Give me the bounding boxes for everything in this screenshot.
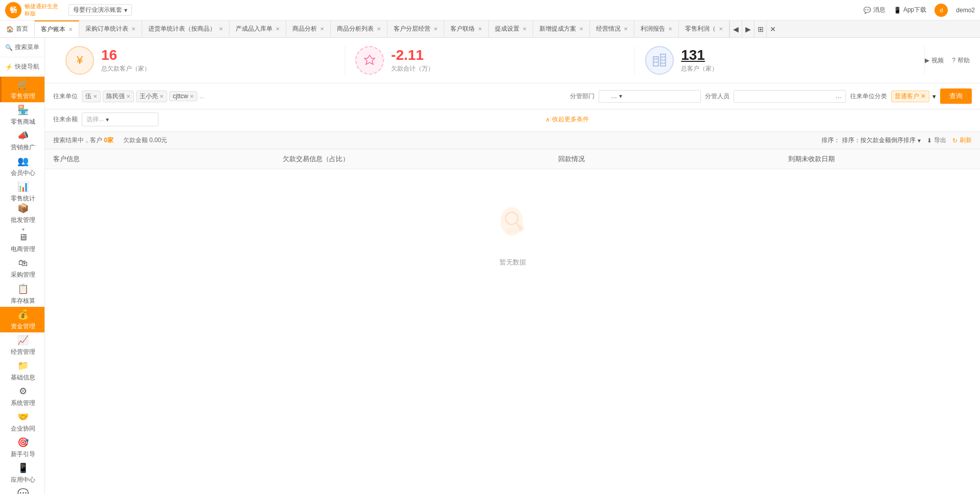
tabs-nav-close-all[interactable]: ✕ <box>766 20 779 38</box>
tab-retail-profit[interactable]: 零售利润（ ✕ <box>679 20 730 38</box>
sidebar-item-app-center[interactable]: 📱 应用中心 <box>0 460 44 486</box>
svg-rect-6 <box>656 61 657 63</box>
person-filter-input[interactable]: … <box>734 90 846 103</box>
tabs-nav-expand[interactable]: ⊞ <box>754 20 766 38</box>
tabs-nav-prev[interactable]: ◀ <box>730 20 742 38</box>
logo: 畅 畅捷通好生意 标版 <box>5 2 58 18</box>
person-filter-label: 分管人员 <box>705 92 730 101</box>
svg-rect-5 <box>654 61 655 63</box>
tag-close-cjttcw[interactable]: ✕ <box>190 94 194 99</box>
app-download-button[interactable]: 📱 App下载 <box>894 6 926 14</box>
tab-close-retail-profit[interactable]: ✕ <box>719 26 723 32</box>
enterprise-icon: 🤝 <box>17 411 29 422</box>
purchase-icon: 🛍 <box>18 258 28 268</box>
tab-finished-goods[interactable]: 产成品入库单 ✕ <box>230 20 286 38</box>
ecommerce-icon: 🖥 <box>18 232 28 243</box>
tab-close-goods-list[interactable]: ✕ <box>377 26 381 32</box>
collapse-section: ∧ 收起更多条件 <box>163 113 972 126</box>
sidebar-item-marketing[interactable]: 📣 营销推广 <box>0 128 44 153</box>
sidebar-item-purchase[interactable]: 🛍 采购管理 <box>0 256 44 281</box>
tab-new-commission[interactable]: 新增提成方案 ✕ <box>533 20 590 38</box>
balance-filter-label: 往来余额 <box>53 115 78 124</box>
help-button[interactable]: ? 帮助 <box>952 56 970 65</box>
sidebar-quick-nav[interactable]: ⚡ 快捷导航 <box>0 57 44 77</box>
tab-close-commission-setting[interactable]: ✕ <box>522 26 527 32</box>
export-button[interactable]: ⬇ 导出 <box>927 136 946 145</box>
query-button[interactable]: 查询 <box>940 88 972 104</box>
newbie-icon: 🎯 <box>17 437 29 448</box>
collapse-button[interactable]: ∧ 收起更多条件 <box>543 113 591 126</box>
tab-close-purchase-stats[interactable]: ✕ <box>219 26 223 32</box>
tab-close-business-status[interactable]: ✕ <box>624 26 628 32</box>
tab-customer-ledger[interactable]: 客户账本 ✕ <box>35 20 79 38</box>
tabs-bar: 🏠 首页 客户账本 ✕ 采购订单统计表 ✕ 进货单统计表（按商品） ✕ 产成品入… <box>0 20 980 38</box>
tag-close-wu[interactable]: ✕ <box>93 94 97 99</box>
tab-close-new-commission[interactable]: ✕ <box>579 26 583 32</box>
sidebar-item-retail-mall[interactable]: 🏪 零售商城 <box>0 102 44 128</box>
tab-profit-report[interactable]: 利润报告 ✕ <box>634 20 679 38</box>
svg-point-16 <box>518 226 524 232</box>
wechat-icon: 💬 <box>17 488 29 495</box>
marketing-icon: 📣 <box>17 130 29 141</box>
tag-close-wangxiaoliang[interactable]: ✕ <box>159 94 164 99</box>
top-bar: 畅 畅捷通好生意 标版 母婴行业演示账套 ▾ 💬 消息 📱 App下载 d de… <box>0 0 980 20</box>
sidebar-item-operation[interactable]: 📈 经营管理 <box>0 332 44 358</box>
sidebar-item-retail[interactable]: 🛒 零售管理 <box>0 77 44 102</box>
sidebar-item-enterprise[interactable]: 🤝 企业协同 <box>0 409 44 435</box>
tab-close-customer-contact[interactable]: ✕ <box>478 26 482 32</box>
tab-close-purchase-order[interactable]: ✕ <box>131 26 135 32</box>
stat-number-total-customers: 131 <box>681 48 718 62</box>
edition-select[interactable]: 母婴行业演示账套 ▾ <box>69 4 132 16</box>
sidebar-item-retail-stats[interactable]: 📊 零售统计 <box>0 179 44 205</box>
svg-rect-4 <box>656 58 657 60</box>
video-help-button[interactable]: ▶ 视频 <box>925 56 944 65</box>
refresh-button[interactable]: ↻ 刷新 <box>952 136 972 145</box>
username[interactable]: demo2 <box>956 7 975 14</box>
tab-close-goods-analysis[interactable]: ✕ <box>320 26 324 32</box>
sidebar-item-newbie[interactable]: 🎯 新手引导 <box>0 435 44 460</box>
tabs-nav-next[interactable]: ▶ <box>742 20 754 38</box>
dept-filter-select[interactable]: … ▾ <box>599 90 701 103</box>
sidebar-item-inventory[interactable]: 📋 库存核算 <box>0 281 44 307</box>
logo-icon: 畅 <box>5 2 21 18</box>
sidebar-item-finance[interactable]: 💰 资金管理 <box>0 307 44 332</box>
sidebar-search[interactable]: 🔍 搜索菜单 <box>0 38 44 57</box>
message-button[interactable]: 💬 消息 <box>863 6 885 14</box>
sidebar-item-wholesale[interactable]: 📦 批发管理 ▾ <box>0 205 44 230</box>
tab-purchase-stats[interactable]: 进货单统计表（按商品） ✕ <box>142 20 230 38</box>
tab-close-finished-goods[interactable]: ✕ <box>276 26 280 32</box>
tab-purchase-order[interactable]: 采购订单统计表 ✕ <box>79 20 142 38</box>
tab-customer-layer[interactable]: 客户分层经营 ✕ <box>388 20 444 38</box>
tab-goods-analysis[interactable]: 商品分析 ✕ <box>286 20 331 38</box>
filter-tag-cjttcw: cjttcw ✕ <box>169 91 197 101</box>
sidebar-item-member[interactable]: 👥 会员中心 <box>0 153 44 179</box>
col-header-customer-info: 客户信息 <box>53 154 283 164</box>
stat-number-arrears-amount: -2.11 <box>391 48 434 62</box>
category-filter: 普通客户 ✕ ▾ <box>891 91 936 102</box>
stat-block-total-customers: 131 总客户（家） <box>635 46 925 75</box>
sidebar-item-ecommerce[interactable]: 🖥 电商管理 <box>0 230 44 256</box>
col-header-debt-info: 欠款交易信息（占比） <box>283 154 558 164</box>
sidebar-item-base-info[interactable]: 📁 基础信息 <box>0 358 44 384</box>
category-tag-close[interactable]: ✕ <box>921 93 926 100</box>
tab-close-customer-layer[interactable]: ✕ <box>434 26 438 32</box>
tab-home[interactable]: 🏠 首页 <box>0 20 35 38</box>
svg-rect-12 <box>664 62 665 64</box>
sort-select[interactable]: 排序： 排序：按欠款金额倒序排序 ▾ <box>822 136 921 145</box>
tab-commission-setting[interactable]: 提成设置 ✕ <box>489 20 533 38</box>
sidebar-item-system[interactable]: ⚙ 系统管理 <box>0 384 44 409</box>
svg-rect-1 <box>653 57 658 66</box>
app-center-icon: 📱 <box>17 462 29 474</box>
tab-close-customer-ledger[interactable]: ✕ <box>69 27 73 32</box>
balance-filter-select[interactable]: 选择... ▾ <box>82 113 158 126</box>
category-tag-normal: 普通客户 ✕ <box>891 91 929 102</box>
tag-close-chenminqiang[interactable]: ✕ <box>126 94 130 99</box>
tab-goods-list[interactable]: 商品分析列表 ✕ <box>331 20 388 38</box>
stat-label-arrears-amount: 欠款合计（万） <box>391 64 434 73</box>
empty-text: 暂无数据 <box>499 258 526 267</box>
tab-close-profit-report[interactable]: ✕ <box>668 26 672 32</box>
tab-business-status[interactable]: 经营情况 ✕ <box>590 20 634 38</box>
sidebar-item-wechat[interactable]: 💬 企业微信 <box>0 486 44 494</box>
filter-more-tags[interactable]: ... <box>199 93 204 100</box>
tab-customer-contact[interactable]: 客户联络 ✕ <box>444 20 489 38</box>
